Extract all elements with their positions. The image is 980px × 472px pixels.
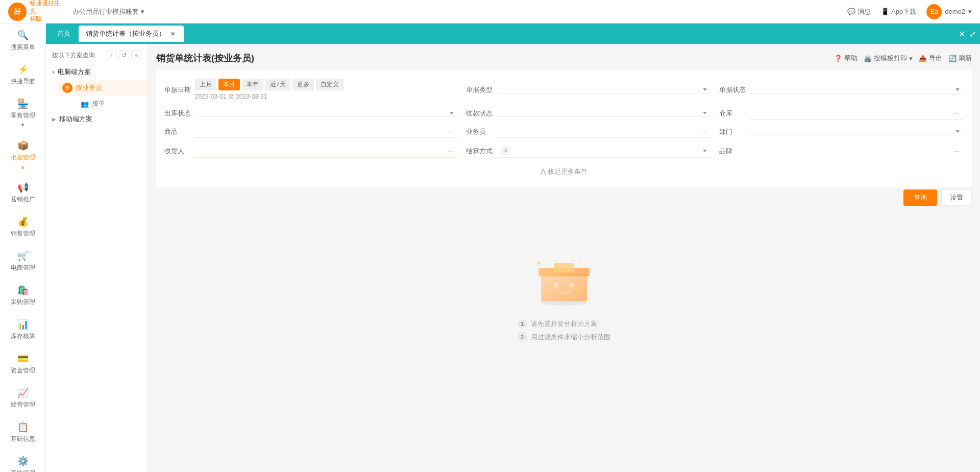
sidebar-item-label: 系统管理 (11, 469, 35, 472)
query-button[interactable]: 查询 (903, 190, 937, 206)
svg-rect-3 (554, 263, 574, 272)
tab-sales-report[interactable]: 销货单统计表（按业务员） ✕ (79, 26, 184, 42)
user-dropdown-icon: ▾ (968, 8, 972, 15)
add-scheme-button[interactable]: + (107, 50, 117, 60)
date-btn-last-month[interactable]: 上月 (195, 79, 216, 90)
sidebar-item-label: 经营管理 (11, 400, 35, 409)
tab-home-label: 首页 (57, 29, 70, 38)
date-range-text: 2023-03-01 至 2023-03-31 (195, 92, 458, 101)
empty-text: 1 请先选择要分析的方案 2 用过滤条件来缩小分析范围 (518, 319, 610, 346)
sidebar-item-retail[interactable]: 🏪 零售管理 ▾ (0, 92, 45, 134)
sidebar-item-inventory[interactable]: 📊 库存核算 (0, 313, 45, 347)
sidebar-item-label: 销售管理 (11, 229, 35, 238)
sidebar-item-label: 营销推广 (11, 195, 35, 204)
out-status-select[interactable] (195, 110, 458, 117)
sidebar-item-search[interactable]: 🔍 搜索菜单 (0, 23, 45, 58)
system-icon: ⚙️ (17, 456, 29, 467)
svg-rect-1 (541, 273, 587, 301)
settlement-tag-x[interactable]: × (504, 147, 507, 154)
app-download-button[interactable]: 📱 App下载 (881, 7, 916, 16)
svg-text:●: ● (579, 259, 582, 264)
warehouse-select[interactable]: ··· (749, 107, 964, 120)
sidebar-item-finance[interactable]: 💳 资金管理 (0, 347, 45, 381)
tab-maximize-icon[interactable]: ⤢ (969, 29, 976, 39)
sidebar-item-quick-nav[interactable]: ⚡ 快捷导航 (0, 58, 45, 92)
sidebar-item-sales[interactable]: 💰 销售管理 (0, 210, 45, 244)
settings-button[interactable]: 设置 (941, 190, 972, 206)
template-print-label: 按模板打印 (874, 54, 907, 63)
sidebar-item-wholesale[interactable]: 📦 批发管理 ▴ (0, 134, 45, 176)
tree-item-salesperson[interactable]: 按 按业务员 (56, 80, 148, 96)
doc-type-select[interactable] (497, 86, 710, 93)
account-dropdown-icon[interactable]: ▾ (141, 8, 144, 15)
sidebar-item-system[interactable]: ⚙️ 系统管理 (0, 450, 45, 472)
tab-close-window-icon[interactable]: ✕ (959, 29, 965, 39)
collapse-bar[interactable]: ⋀ 收起更多条件 (164, 164, 964, 179)
receipt-status-select[interactable] (497, 110, 710, 117)
tree-mobile[interactable]: ▶ 移动端方案 (46, 111, 148, 127)
collapse-label: 收起更多条件 (548, 168, 587, 175)
date-btn-this-year[interactable]: 本年 (242, 79, 263, 90)
sidebar-item-basic[interactable]: 📋 基础信息 (0, 415, 45, 450)
goods-label: 商品 (164, 127, 190, 136)
help-icon: ❓ (834, 55, 842, 62)
empty-state: ✦ ✦ ● 1 请先选择 (156, 212, 972, 376)
salesperson-input[interactable]: ··· (496, 126, 710, 138)
sidebar-item-ecommerce[interactable]: 🛒 电商管理 (0, 244, 45, 278)
hint-2-text: 用过滤条件来缩小分析范围 (531, 333, 610, 342)
brand-input[interactable]: ··· (749, 145, 964, 157)
user-avatar[interactable]: Ea demo2 ▾ (926, 4, 972, 19)
goods-input[interactable]: ··· (194, 126, 458, 138)
sidebar: 🔍 搜索菜单 ⚡ 快捷导航 🏪 零售管理 ▾ 📦 批发管理 ▴ 📢 营销推广 (0, 23, 46, 472)
refresh-scheme-button[interactable]: ↺ (119, 50, 129, 60)
date-btn-this-month[interactable]: 本月 (218, 79, 240, 90)
doc-status-select[interactable] (750, 86, 964, 93)
message-label: 消息 (857, 7, 871, 16)
marketing-icon: 📢 (17, 182, 29, 193)
message-button[interactable]: 💬 消息 (847, 7, 871, 16)
date-btn-custom[interactable]: 自定义 (316, 79, 344, 90)
quick-nav-icon: ⚡ (17, 64, 29, 75)
sidebar-item-label: 电商管理 (11, 264, 35, 272)
sidebar-item-label: 采购管理 (11, 298, 35, 306)
receipt-status-label: 收款状态 (466, 109, 493, 118)
salesperson-dots: ··· (701, 128, 707, 135)
out-status-arrow-icon (450, 112, 454, 114)
download-icon: 📱 (881, 8, 889, 15)
tree-desktop[interactable]: ▾ 电脑端方案 (46, 64, 148, 80)
consignee-input[interactable]: ··· (194, 145, 458, 157)
sidebar-item-operations[interactable]: 📈 经营管理 (0, 381, 45, 415)
empty-illustration: ✦ ✦ ● (528, 245, 600, 306)
tab-close-icon[interactable]: ✕ (168, 30, 177, 38)
print-dropdown-icon: ▾ (909, 55, 913, 62)
sidebar-item-purchase[interactable]: 🛍️ 采购管理 (0, 278, 45, 313)
settlement-select[interactable]: × (497, 144, 710, 158)
template-print-button[interactable]: 🖨️ 按模板打印 ▾ (864, 54, 913, 63)
export-button[interactable]: 📤 导出 (919, 54, 942, 63)
sidebar-item-label: 资金管理 (11, 366, 35, 375)
account-title: 办公用品行业模拟账套 (72, 7, 139, 16)
goods-dots: ··· (448, 128, 454, 135)
consignee-dots: ··· (448, 147, 454, 155)
tab-home[interactable]: 首页 (50, 26, 78, 42)
svg-point-7 (554, 282, 559, 288)
brand-dots: ··· (954, 147, 960, 155)
collapse-panel-button[interactable]: « (131, 50, 141, 60)
settlement-label: 结算方式 (466, 147, 493, 156)
page-title: 销货单统计表(按业务员) (156, 52, 254, 64)
department-select[interactable] (749, 128, 964, 135)
sidebar-item-label: 零售管理 (11, 111, 35, 120)
wholesale-icon: 📦 (17, 140, 29, 151)
tree-item-by-order[interactable]: 👥 按单 (75, 96, 148, 111)
svg-point-8 (569, 282, 574, 288)
logo: 好 畅捷通好生意 标版 (8, 0, 60, 23)
purchase-icon: 🛍️ (17, 285, 29, 296)
help-button[interactable]: ❓ 帮助 (834, 54, 857, 63)
date-label: 单据日期 (164, 85, 191, 95)
sidebar-item-marketing[interactable]: 📢 营销推广 (0, 176, 45, 210)
date-btn-last-7days[interactable]: 近7天 (265, 79, 290, 90)
department-label: 部门 (719, 127, 745, 136)
warehouse-label: 仓库 (719, 109, 745, 118)
date-btn-more[interactable]: 更多 (292, 79, 314, 90)
refresh-button[interactable]: 🔄 刷新 (948, 54, 972, 63)
